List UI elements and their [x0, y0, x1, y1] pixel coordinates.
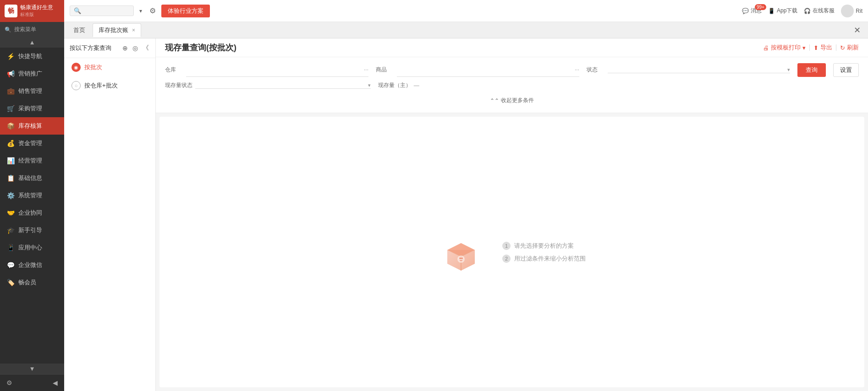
search-icon: 🔍: [5, 27, 11, 33]
filter-area: 仓库 ··· 商品 ···: [156, 57, 868, 113]
basic-icon: 📋: [6, 174, 15, 182]
scroll-up-button[interactable]: ▲: [0, 37, 64, 48]
status-filter: 状态 ▾: [587, 66, 790, 74]
scroll-down-button[interactable]: ▼: [0, 364, 64, 374]
home-tab-label: 首页: [73, 26, 85, 34]
app-version: 标准版: [20, 11, 53, 18]
sidebar-item-operation[interactable]: 📊 经营管理: [0, 152, 64, 169]
tip-text-2: 用过滤条件来缩小分析范围: [514, 255, 586, 263]
topbar-actions: 💬 消息 99+ 📱 App下载 🎧 在线客服 Rit: [742, 5, 863, 17]
sidebar-search[interactable]: 🔍 搜索菜单: [0, 22, 64, 37]
sidebar-label: 系统管理: [18, 191, 42, 200]
plan-label: 按批次: [84, 63, 102, 71]
status-dropdown-arrow: ▾: [787, 67, 790, 73]
settings-icon[interactable]: ⚙: [6, 379, 12, 386]
inventory-qty-label: 现存量（主）: [378, 81, 411, 89]
search-dropdown-button[interactable]: ▾: [137, 7, 144, 15]
search-box: 🔍: [70, 5, 134, 16]
filter-row-2: 现存量状态 ▾ 现存量（主） —: [165, 81, 859, 89]
product-label: 商品: [376, 66, 394, 74]
sidebar-label: 快捷导航: [18, 52, 42, 60]
plan-item-by-warehouse-batch[interactable]: ○ 按仓库+批次: [64, 76, 155, 95]
sidebar-item-quick-nav[interactable]: ⚡ 快捷导航: [0, 48, 64, 65]
product-input-wrap: ···: [397, 63, 579, 77]
collapse-filter-button[interactable]: ⌃⌃ 收起更多条件: [165, 94, 859, 107]
tabbar-right: ✕: [850, 23, 864, 37]
export-button[interactable]: ⬆ 导出: [813, 43, 832, 52]
sidebar-item-wechat[interactable]: 💬 企业微信: [0, 256, 64, 274]
collapse-up-icon: ⌃⌃: [490, 98, 499, 104]
sidebar-item-enterprise[interactable]: 🤝 企业协同: [0, 204, 64, 222]
app-download-button[interactable]: 📱 App下载: [768, 7, 797, 15]
empty-tips: 1 请先选择要分析的方案 2 用过滤条件来缩小分析范围: [502, 242, 586, 263]
topbar-settings-button[interactable]: ⚙: [148, 5, 158, 17]
appcenter-icon: 📱: [6, 244, 15, 252]
refresh-button[interactable]: ↻ 刷新: [840, 43, 859, 52]
product-filter: 商品 ···: [376, 63, 579, 77]
main-area: 🔍 ▾ ⚙ 体验行业方案 💬 消息 99+ 📱 App下载 🎧 在线客服 Rit: [64, 0, 868, 391]
tip-num-2: 2: [502, 255, 511, 263]
left-panel: 按以下方案查询 ⊕ ◎ 《 ◉ 按批次 ○ 按仓库+批次: [64, 38, 156, 391]
warehouse-label: 仓库: [165, 66, 183, 74]
tab-inventory-batch[interactable]: 库存批次账 ×: [93, 23, 141, 37]
status-select-wrap: ▾: [608, 67, 790, 73]
online-service-button[interactable]: 🎧 在线客服: [804, 7, 835, 15]
warehouse-dots-button[interactable]: ···: [364, 66, 368, 73]
message-button[interactable]: 💬 消息 99+: [742, 7, 762, 15]
sidebar-item-sales[interactable]: 💼 销售管理: [0, 82, 64, 100]
sidebar-item-appcenter[interactable]: 📱 应用中心: [0, 239, 64, 256]
quick-nav-icon: ⚡: [6, 52, 15, 60]
user-avatar[interactable]: Rit: [841, 5, 863, 17]
headset-icon: 🎧: [804, 8, 811, 14]
sidebar-label: 基础信息: [18, 174, 42, 182]
product-dots-button[interactable]: ···: [575, 66, 579, 73]
page-header: 现存量查询(按批次) 🖨 按模板打印 ▾ ⬆ 导出 ↻ 刷: [156, 38, 868, 57]
inventory-status-label: 现存量状态: [165, 81, 192, 89]
plan-label: 按仓库+批次: [84, 81, 118, 90]
sidebar-item-system[interactable]: ⚙️ 系统管理: [0, 187, 64, 204]
sidebar-item-basic[interactable]: 📋 基础信息: [0, 169, 64, 187]
sidebar-item-marketing[interactable]: 📢 营销推广: [0, 65, 64, 82]
tab-home[interactable]: 首页: [68, 23, 91, 37]
inventory-qty-filter: 现存量（主） —: [378, 81, 584, 89]
inventory-qty-dash: —: [414, 82, 419, 89]
sidebar-footer: ⚙ ◀: [0, 374, 64, 391]
print-dropdown-icon: ▾: [802, 44, 806, 51]
app-info: 畅康通好生意 标准版: [20, 4, 53, 18]
content-area: 按以下方案查询 ⊕ ◎ 《 ◉ 按批次 ○ 按仓库+批次 现存量查询(按批次): [64, 38, 868, 391]
warehouse-input-wrap: ···: [186, 63, 368, 77]
experience-button[interactable]: 体验行业方案: [161, 5, 210, 17]
plan-settings-button[interactable]: ◎: [132, 43, 139, 53]
product-input[interactable]: [397, 65, 575, 75]
tip-text-1: 请先选择要分析的方案: [514, 242, 574, 250]
svg-point-5: [460, 257, 461, 259]
member-icon: 🏷️: [6, 278, 15, 287]
sidebar: 畅 畅康通好生意 标准版 🔍 搜索菜单 ▲ ⚡ 快捷导航 📢 营销推广 💼 销售…: [0, 0, 64, 391]
add-plan-button[interactable]: ⊕: [121, 43, 129, 53]
plan-icon-inactive: ○: [71, 81, 81, 90]
print-button[interactable]: 🖨 按模板打印 ▾: [763, 43, 806, 52]
app-download-label: App下载: [777, 7, 797, 15]
search-input[interactable]: [83, 8, 129, 14]
settings-button[interactable]: 设置: [833, 63, 859, 77]
warehouse-input[interactable]: [186, 65, 364, 75]
sidebar-item-newguide[interactable]: 🎓 新手引导: [0, 222, 64, 239]
tab-close-all-button[interactable]: ✕: [850, 23, 864, 37]
empty-content: 1 请先选择要分析的方案 2 用过滤条件来缩小分析范围: [438, 229, 586, 275]
collapse-icon[interactable]: ◀: [53, 379, 58, 386]
left-panel-actions: ⊕ ◎ 《: [121, 43, 150, 53]
sidebar-item-inventory[interactable]: 📦 库存核算: [0, 117, 64, 135]
collapse-panel-button[interactable]: 《: [142, 43, 150, 53]
sidebar-item-member[interactable]: 🏷️ 畅会员: [0, 274, 64, 291]
tab-close-button[interactable]: ×: [132, 27, 135, 33]
sidebar-item-purchase[interactable]: 🛒 采购管理: [0, 100, 64, 117]
sidebar-label: 经营管理: [18, 157, 42, 165]
sidebar-item-finance[interactable]: 💰 资金管理: [0, 135, 64, 152]
query-button[interactable]: 查询: [797, 63, 826, 77]
divider: [836, 44, 836, 51]
divider: [809, 44, 810, 51]
avatar: [841, 5, 854, 17]
topbar: 🔍 ▾ ⚙ 体验行业方案 💬 消息 99+ 📱 App下载 🎧 在线客服 Rit: [64, 0, 868, 22]
newguide-icon: 🎓: [6, 226, 15, 234]
plan-item-by-batch[interactable]: ◉ 按批次: [64, 58, 155, 76]
